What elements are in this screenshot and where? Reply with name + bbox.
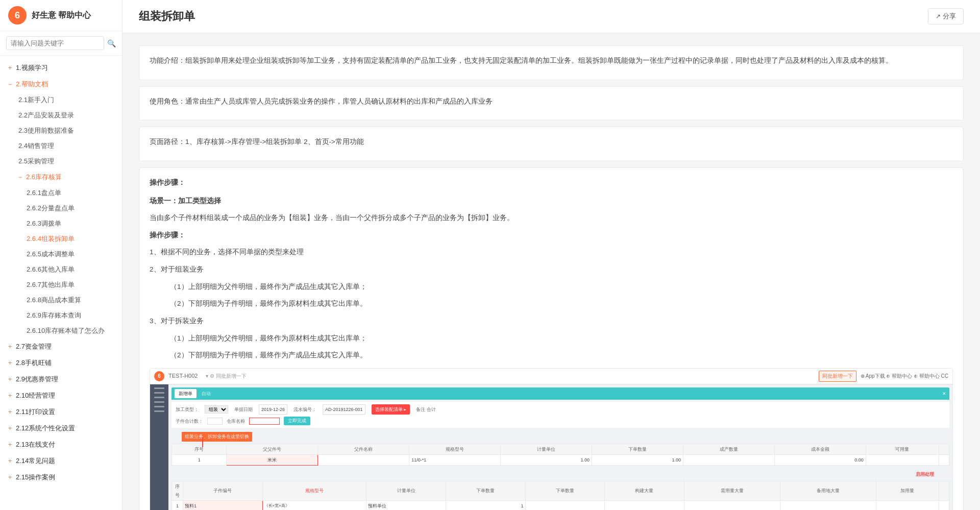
screenshot-breadcrumb2: ▾ ⚙ 同批新增一下 bbox=[206, 372, 247, 381]
sidebar-item-docs[interactable]: − 2.帮助文档 bbox=[0, 76, 122, 92]
screenshot-breadcrumb: TEST-H002 bbox=[168, 371, 198, 381]
step2: 2、对于组装业务 bbox=[150, 263, 953, 276]
form-confirm-btn: 立即完成 bbox=[284, 417, 310, 425]
th-name: 父件名称 bbox=[318, 444, 409, 454]
steps-card: 操作步骤： 场景一：加工类型选择 当由多个子件材料组装成一个成品的业务为【组装】… bbox=[139, 167, 964, 510]
screenshot-lower-table: 序号 子件编号 规格型号 计量单位 下单数量 下单数量 构建大量 需用量大量 bbox=[172, 481, 949, 510]
sidebar-item-install[interactable]: 2.2产品安装及登录 bbox=[0, 108, 122, 123]
td-order-1: 1.00 bbox=[592, 454, 683, 465]
sidebar-header: 6 好生意 帮助中心 bbox=[0, 0, 122, 31]
plus-icon-pay: + bbox=[8, 441, 12, 448]
step3: 3、对于拆装业务 bbox=[150, 314, 953, 328]
sidebar-item-cases[interactable]: + 2.15操作案例 bbox=[0, 469, 122, 485]
role-text: 使用角色：通常由生产人员或库管人员完成拆装业务的操作，库管人员确认原材料的出库和… bbox=[150, 95, 953, 108]
main-content: 组装拆卸单 ↗ 分享 功能介绍：组装拆卸单用来处理企业组装或拆卸等加工业务，支持… bbox=[122, 0, 980, 510]
sidebar-item-other-in[interactable]: 2.6.6其他入库单 bbox=[0, 262, 122, 277]
td-sub-act-1 bbox=[939, 500, 949, 510]
search-box: 🔍 bbox=[0, 31, 122, 56]
sidebar-item-cost[interactable]: 2.6.5成本调整单 bbox=[0, 247, 122, 262]
sidebar-item-stock-query[interactable]: 2.6.9库存账本查询 bbox=[0, 308, 122, 323]
screenshot-iconbar bbox=[150, 384, 168, 510]
step1: 1、根据不同的业务，选择不同单据的类型来处理 bbox=[150, 246, 953, 259]
sidebar-item-adjust[interactable]: 2.6.3调拨单 bbox=[0, 216, 122, 231]
role-card: 使用角色：通常由生产人员或库管人员完成拆装业务的操作，库管人员确认原材料的出库和… bbox=[139, 86, 964, 121]
th-seq: 序号 bbox=[172, 444, 227, 454]
sidebar-item-sales[interactable]: 2.4销售管理 bbox=[0, 138, 122, 154]
form-bill-label: 流水编号： bbox=[293, 405, 316, 414]
path-text: 页面路径：1、库存核算->库存管理->组装拆卸单 2、首页->常用功能 bbox=[150, 135, 953, 149]
td-sub-order-1: 1 bbox=[446, 500, 525, 510]
td-sub-use-1 bbox=[876, 500, 939, 510]
sidebar-item-print[interactable]: + 2.11打印设置 bbox=[0, 404, 122, 420]
sidebar-item-prepare[interactable]: 2.3使用前数据准备 bbox=[0, 123, 122, 138]
sidebar-item-mobile[interactable]: + 2.8手机旺铺 bbox=[0, 355, 122, 371]
td-sub-need-1 bbox=[684, 500, 780, 510]
sidebar-item-video[interactable]: + 1.视频学习 bbox=[0, 60, 122, 76]
nav-tree: + 1.视频学习 − 2.帮助文档 2.1新手入门 2.2产品安装及登录 2.3… bbox=[0, 56, 122, 510]
td-cost-1: 0.00 bbox=[774, 454, 866, 465]
plus-icon-mobile: + bbox=[8, 359, 12, 367]
app-title: 好生意 帮助中心 bbox=[32, 10, 91, 21]
intro-card: 功能介绍：组装拆卸单用来处理企业组装或拆卸等加工业务，支持有固定装配清单的产品加… bbox=[139, 45, 964, 80]
step2-2: （2）下部明细为子件明细，最终作为原材料生成其它出库单。 bbox=[170, 297, 953, 310]
sidebar-item-assembly[interactable]: 2.6.4组装拆卸单 bbox=[0, 231, 122, 247]
sidebar-item-payment[interactable]: + 2.13在线支付 bbox=[0, 436, 122, 453]
path-card: 页面路径：1、库存核算->库存管理->组装拆卸单 2、首页->常用功能 bbox=[139, 127, 964, 161]
th-sub-seq: 序号 bbox=[172, 481, 183, 500]
plus-icon-faq: + bbox=[8, 457, 12, 465]
td-code-1: 米米 bbox=[227, 454, 318, 465]
sidebar-item-faq[interactable]: + 2.14常见问题 bbox=[0, 453, 122, 469]
arrow-line1 bbox=[202, 437, 203, 447]
screenshot-form-area: 新增单 自动 ✕ 加工类型： bbox=[168, 384, 952, 510]
screenshot-container: 6 TEST-H002 ▾ ⚙ 同批新增一下 同批新增一下 ⊕ App下载 ⊕ … bbox=[150, 368, 953, 510]
search-button[interactable]: 🔍 bbox=[107, 39, 116, 47]
td-seq-1: 1 bbox=[172, 454, 227, 465]
tab-list: 自动 bbox=[199, 389, 214, 398]
th-sub-spec: 规格型号 bbox=[262, 481, 366, 500]
th-order-qty: 下单数量 bbox=[592, 444, 683, 454]
sidebar-item-split[interactable]: 2.6.2分量盘点单 bbox=[0, 201, 122, 216]
th-unit: 计量单位 bbox=[501, 444, 592, 454]
icon-bar-item bbox=[154, 397, 164, 398]
td-act-1 bbox=[939, 454, 949, 465]
th-spec: 规格型号 bbox=[409, 444, 501, 454]
sidebar-item-inventory[interactable]: − 2.6库存核算 bbox=[0, 169, 122, 185]
sidebar-item-coupon[interactable]: + 2.9优惠券管理 bbox=[0, 371, 122, 387]
sidebar-item-customize[interactable]: + 2.12系统个性化设置 bbox=[0, 420, 122, 436]
td-sub-code-1: 预料1 bbox=[183, 500, 263, 510]
plus-icon-finance: + bbox=[8, 343, 12, 350]
sidebar: 6 好生意 帮助中心 🔍 + 1.视频学习 − 2.帮助文档 2.1新手入门 2… bbox=[0, 0, 122, 510]
plus-icon-coupon: + bbox=[8, 376, 12, 383]
sidebar-item-finance[interactable]: + 2.7资金管理 bbox=[0, 338, 122, 355]
th-sub-reserve: 备用地大量 bbox=[780, 481, 876, 500]
sidebar-item-stocktake[interactable]: 2.6.1盘点单 bbox=[0, 185, 122, 201]
form-memo: 备注 合计 bbox=[416, 405, 436, 414]
page-title: 组装拆卸单 bbox=[139, 9, 195, 24]
step3-1: （1）上部明细为父件明细，最终作为原材料生成其它出库单； bbox=[170, 332, 953, 345]
sidebar-item-other-out[interactable]: 2.6.7其他出库单 bbox=[0, 277, 122, 293]
form-stock-label: 仓库名称 bbox=[227, 417, 245, 425]
sidebar-item-cost-recalc[interactable]: 2.6.8商品成本重算 bbox=[0, 293, 122, 308]
share-button[interactable]: ↗ 分享 bbox=[928, 8, 964, 25]
sidebar-item-operations[interactable]: + 2.10经营管理 bbox=[0, 387, 122, 404]
td-avail-1 bbox=[866, 454, 939, 465]
plus-icon-cases: + bbox=[8, 474, 12, 481]
icon-bar-item bbox=[154, 387, 164, 389]
td-produce-1 bbox=[683, 454, 774, 465]
form-type-select: 组装 bbox=[205, 405, 228, 414]
icon-bar-item bbox=[154, 406, 164, 407]
sidebar-item-stock-error[interactable]: 2.6.10库存账本错了怎么办 bbox=[0, 323, 122, 338]
form-type-label: 加工类型： bbox=[176, 405, 199, 414]
icon-bar-item bbox=[154, 401, 164, 403]
sidebar-item-purchase[interactable]: 2.5采购管理 bbox=[0, 154, 122, 169]
th-produce-qty: 成产数量 bbox=[683, 444, 774, 454]
sidebar-item-newcomer[interactable]: 2.1新手入门 bbox=[0, 92, 122, 108]
annotation-label1: 组装业务、拆卸业务在这里切换 bbox=[182, 432, 252, 441]
icon-bar-item bbox=[154, 410, 164, 412]
annotation-area2: 启用处理 bbox=[172, 468, 949, 480]
search-input[interactable] bbox=[6, 36, 104, 50]
td-unit-1: 1.00 bbox=[501, 454, 592, 465]
screenshot-body: 新增单 自动 ✕ 加工类型： bbox=[150, 384, 952, 510]
screenshot-btn-new: 同批新增一下 bbox=[819, 371, 856, 382]
th-sub-need: 需用量大量 bbox=[684, 481, 780, 500]
